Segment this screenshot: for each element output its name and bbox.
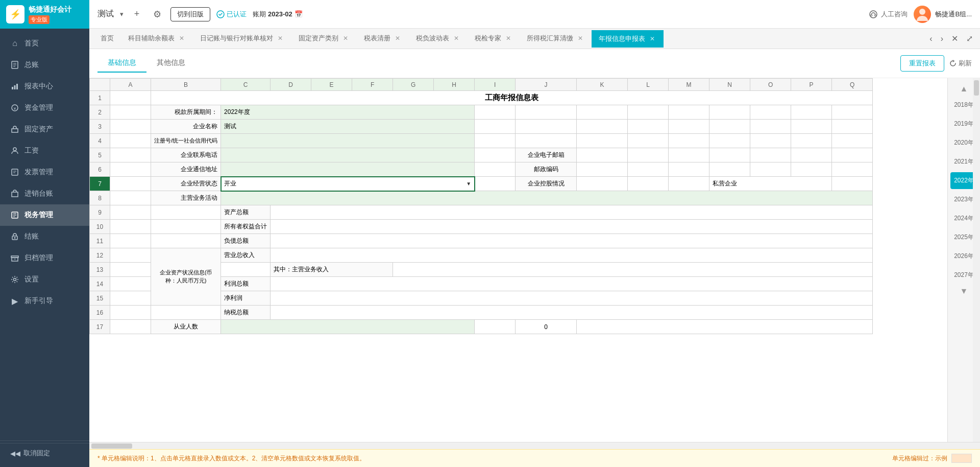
cell-3-i[interactable] — [475, 120, 516, 134]
cell-4-o[interactable] — [750, 134, 791, 148]
cell-3-o[interactable] — [750, 120, 791, 134]
tab-close-annual-report[interactable]: ✕ — [648, 35, 656, 43]
cell-3-p[interactable] — [791, 120, 832, 134]
cell-9-a[interactable] — [110, 205, 151, 220]
cell-6-q[interactable] — [832, 162, 873, 177]
tab-close-tax-expert[interactable]: ✕ — [504, 34, 512, 42]
tab-bank-verify[interactable]: 日记账与银行对账单核对 ✕ — [193, 30, 291, 48]
cell-5-c[interactable] — [221, 148, 475, 162]
cell-15-a[interactable] — [110, 291, 151, 306]
cell-7-l[interactable] — [628, 177, 669, 191]
cell-10-a[interactable] — [110, 220, 151, 234]
year-nav-up[interactable]: ▲ — [958, 82, 970, 96]
cell-5-i[interactable] — [475, 148, 516, 162]
cell-2-o[interactable] — [750, 105, 791, 120]
sidebar-item-reports[interactable]: 报表中心 — [0, 76, 89, 97]
spreadsheet[interactable]: A B C D E F G H I J — [89, 78, 947, 442]
cell-10-d[interactable] — [271, 220, 873, 234]
sidebar-item-archive[interactable]: 归档管理 — [0, 247, 89, 269]
cell-7-a[interactable] — [110, 177, 151, 191]
cell-5-n[interactable] — [709, 148, 750, 162]
refresh-btn[interactable]: 刷新 — [949, 59, 972, 68]
cell-7-i[interactable] — [475, 177, 516, 191]
tab-tax-expert[interactable]: 税检专家 ✕ — [468, 30, 520, 48]
cell-4-a[interactable] — [110, 134, 151, 148]
cell-3-m[interactable] — [669, 120, 709, 134]
cell-7-k[interactable] — [577, 177, 628, 191]
topbar-service-btn[interactable]: 人工咨询 — [869, 10, 908, 19]
cell-17-a[interactable] — [110, 320, 151, 334]
cell-8-a[interactable] — [110, 191, 151, 205]
cell-3-c[interactable]: 测试 — [221, 120, 475, 134]
tab-close-all[interactable]: ✕ — [948, 32, 961, 45]
cell-4-j[interactable] — [516, 134, 577, 148]
tab-close-fixed-asset-cat[interactable]: ✕ — [341, 34, 350, 42]
cell-10-b[interactable] — [151, 220, 221, 234]
cell-6-o[interactable] — [750, 162, 791, 177]
cell-4-n[interactable] — [709, 134, 750, 148]
cell-11-a[interactable] — [110, 234, 151, 248]
cell-7-q[interactable] — [832, 177, 873, 191]
topbar-settings-btn[interactable]: ⚙ — [150, 7, 164, 21]
cell-14-d[interactable] — [271, 277, 873, 291]
topbar-user[interactable]: 畅捷通B组... — [914, 6, 972, 23]
cell-14-a[interactable] — [110, 277, 151, 291]
sidebar-item-inventory[interactable]: 进销台账 — [0, 183, 89, 204]
cell-2-j[interactable] — [516, 105, 577, 120]
cell-17-i[interactable] — [475, 320, 516, 334]
year-nav-down[interactable]: ▼ — [958, 285, 970, 298]
cell-13-g[interactable] — [393, 263, 873, 277]
sidebar-item-assets[interactable]: 固定资产 — [0, 119, 89, 140]
vertical-scrollbar[interactable] — [973, 78, 980, 442]
cell-5-l[interactable] — [628, 148, 669, 162]
cell-2-l[interactable] — [628, 105, 669, 120]
cell-9-b[interactable] — [151, 205, 221, 220]
cell-3-a[interactable] — [110, 120, 151, 134]
cell-17-c[interactable] — [221, 320, 475, 334]
cell-6-p[interactable] — [791, 162, 832, 177]
cell-13-c[interactable] — [221, 263, 271, 277]
sidebar-item-tax[interactable]: 税务管理 — [0, 204, 89, 226]
topbar-add-btn[interactable]: + — [130, 7, 144, 21]
cell-9-d[interactable] — [271, 205, 873, 220]
cell-13-a[interactable] — [110, 263, 151, 277]
tab-close-aux-balance[interactable]: ✕ — [178, 34, 186, 42]
cell-6-k[interactable] — [577, 162, 628, 177]
cell-2-n[interactable] — [709, 105, 750, 120]
cell-12-a[interactable] — [110, 248, 151, 263]
cell-16-a[interactable] — [110, 306, 151, 320]
cell-4-p[interactable] — [791, 134, 832, 148]
cell-4-k[interactable] — [577, 134, 628, 148]
tab-home[interactable]: 首页 — [93, 30, 121, 48]
cell-5-q[interactable] — [832, 148, 873, 162]
cell-5-a[interactable] — [110, 148, 151, 162]
cell-3-l[interactable] — [628, 120, 669, 134]
sidebar-item-guide[interactable]: ▶ 新手引导 — [0, 290, 89, 312]
sheet-tab-other[interactable]: 其他信息 — [146, 54, 195, 73]
cell-4-i[interactable] — [475, 134, 516, 148]
cell-2-i[interactable] — [475, 105, 516, 120]
cell-2-c[interactable]: 2022年度 — [221, 105, 475, 120]
cell-5-o[interactable] — [750, 148, 791, 162]
tab-nav-prev[interactable]: ‹ — [926, 32, 935, 45]
cell-6-c[interactable] — [221, 162, 475, 177]
collapse-sidebar-btn[interactable]: ◀◀ 取消固定 — [0, 443, 89, 463]
sidebar-item-settings[interactable]: 设置 — [0, 269, 89, 290]
cell-4-l[interactable] — [628, 134, 669, 148]
cell-17-j[interactable]: 0 — [516, 320, 577, 334]
calendar-icon[interactable]: 📅 — [295, 10, 303, 18]
tab-tax-wave[interactable]: 税负波动表 ✕ — [409, 30, 468, 48]
cell-4-q[interactable] — [832, 134, 873, 148]
tab-fixed-asset-cat[interactable]: 固定资产类别 ✕ — [291, 30, 357, 48]
cell-16-b[interactable] — [151, 306, 221, 320]
sidebar-item-payroll[interactable]: 工资 — [0, 140, 89, 161]
tab-aux-balance[interactable]: 科目辅助余额表 ✕ — [121, 30, 193, 48]
tab-close-tax-sheet[interactable]: ✕ — [394, 34, 402, 42]
reset-report-btn[interactable]: 重置报表 — [900, 55, 944, 72]
cell-2-q[interactable] — [832, 105, 873, 120]
cell-5-k[interactable] — [577, 148, 628, 162]
cell-6-a[interactable] — [110, 162, 151, 177]
sidebar-item-invoices[interactable]: 发票管理 — [0, 161, 89, 183]
tab-annual-report[interactable]: 年报信息申报表 ✕ — [592, 30, 664, 48]
cell-6-n[interactable] — [709, 162, 750, 177]
